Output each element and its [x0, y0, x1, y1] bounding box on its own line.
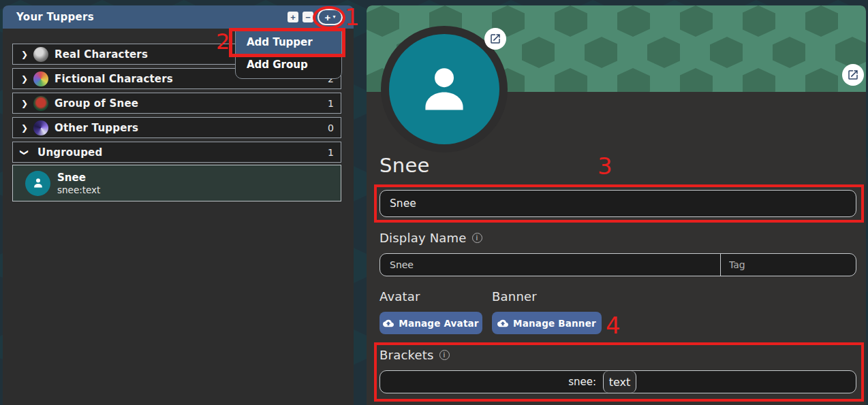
group-count: 0	[328, 123, 334, 133]
collapse-all-button[interactable]: −	[303, 12, 313, 22]
tupper-avatar-large	[389, 34, 499, 144]
bracket-suffix-input[interactable]	[636, 371, 856, 393]
group-name: Real Characters	[55, 48, 148, 61]
group-name: Ungrouped	[37, 146, 102, 159]
open-avatar-button[interactable]	[484, 28, 506, 50]
tupper-name: Snee	[57, 172, 100, 184]
plus-icon: +	[290, 13, 296, 22]
display-name-label: Display Name i	[379, 231, 482, 245]
chevron-right-icon[interactable]: ❯	[17, 50, 32, 59]
chevron-down-icon: ▾	[332, 14, 335, 20]
brackets-group: text	[379, 370, 856, 393]
tupper-avatar	[25, 171, 50, 196]
person-icon	[412, 56, 477, 122]
tupper-row-snee[interactable]: Snee snee:text	[12, 165, 341, 201]
group-avatar	[33, 71, 48, 86]
display-name-label-text: Display Name	[379, 231, 467, 245]
menu-item-add-tupper[interactable]: Add Tupper	[236, 31, 341, 54]
menu-item-add-group[interactable]: Add Group	[236, 54, 341, 76]
group-row-other-tuppers[interactable]: ❯ Other Tuppers 0	[12, 117, 341, 138]
add-dropdown-button[interactable]: + ▾	[317, 9, 343, 25]
display-name-group	[379, 253, 856, 276]
group-avatar	[33, 96, 48, 111]
group-row-group-of-snee[interactable]: ❯ Group of Snee 1	[12, 93, 341, 114]
group-name: Fictional Characters	[55, 73, 173, 85]
expand-all-button[interactable]: +	[288, 12, 298, 22]
chevron-right-icon[interactable]: ❯	[17, 99, 32, 108]
cloud-upload-icon	[383, 318, 394, 329]
minus-icon: −	[305, 13, 311, 22]
open-banner-button[interactable]	[842, 64, 864, 86]
open-in-new-icon	[489, 33, 501, 45]
group-avatar	[33, 120, 48, 135]
group-count: 1	[328, 98, 334, 109]
display-name-input[interactable]	[380, 254, 721, 276]
tupper-heading: Snee	[379, 154, 430, 177]
group-row-ungrouped[interactable]: ❯ Ungrouped 1	[12, 142, 341, 163]
tupper-list-header: Your Tuppers + − + ▾	[3, 5, 354, 29]
manage-banner-button[interactable]: Manage Banner	[492, 312, 602, 334]
info-icon[interactable]: i	[472, 233, 482, 243]
manage-avatar-button[interactable]: Manage Avatar	[379, 312, 482, 334]
group-count: 1	[328, 147, 334, 158]
panel-title: Your Tuppers	[16, 11, 94, 23]
tupper-brackets: snee:text	[57, 184, 100, 195]
chevron-right-icon[interactable]: ❯	[17, 123, 32, 133]
tag-input[interactable]	[721, 254, 856, 276]
plus-icon: +	[325, 12, 331, 22]
brackets-label: Brackets i	[379, 348, 450, 362]
group-avatar	[33, 47, 48, 62]
info-icon[interactable]: i	[439, 350, 450, 360]
open-in-new-icon	[847, 69, 859, 81]
manage-banner-label: Manage Banner	[513, 318, 596, 329]
group-name: Other Tuppers	[55, 122, 138, 134]
manage-avatar-label: Manage Avatar	[399, 318, 478, 329]
brackets-label-text: Brackets	[379, 348, 434, 362]
group-name: Group of Snee	[55, 97, 138, 110]
bracket-text-token: text	[603, 371, 636, 393]
name-input[interactable]	[379, 190, 856, 217]
tupper-editor-panel: Snee Display Name i Avatar Banner Manage…	[367, 5, 866, 405]
bracket-prefix-input[interactable]	[380, 371, 603, 393]
chevron-down-icon[interactable]: ❯	[20, 145, 29, 160]
person-icon	[31, 176, 45, 190]
add-dropdown-menu: Add Tupper Add Group	[235, 31, 342, 79]
banner-label: Banner	[492, 289, 537, 304]
cloud-upload-icon	[497, 318, 508, 329]
avatar-label: Avatar	[379, 289, 420, 304]
chevron-right-icon[interactable]: ❯	[17, 74, 32, 84]
